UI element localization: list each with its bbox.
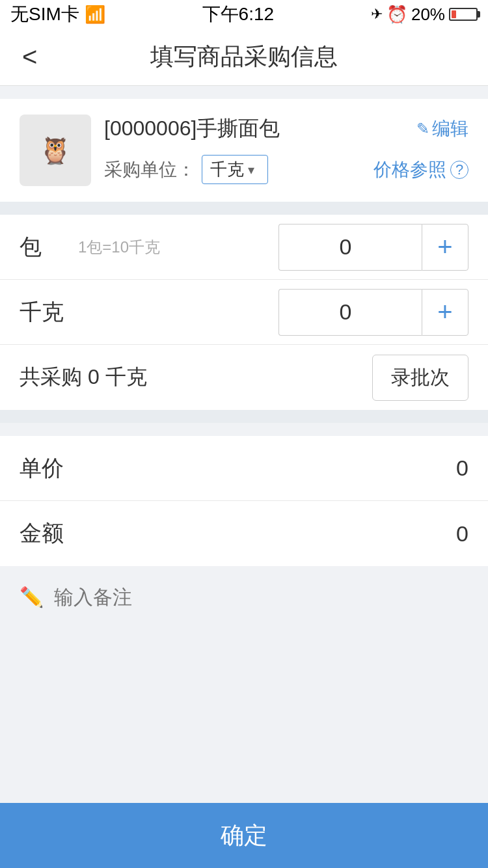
battery-icon — [449, 8, 478, 21]
purchase-unit-row: 采购单位： 千克 ▾ 价格参照 ? — [104, 155, 468, 184]
product-thumbnail: 🦉 — [20, 115, 91, 186]
time-label: 下午6:12 — [202, 2, 275, 27]
kg-input-row: 千克 + — [0, 280, 488, 345]
summary-text: 共采购 0 千克 — [20, 363, 147, 392]
notes-section: ✏️ — [0, 566, 488, 628]
batch-button[interactable]: 录批次 — [372, 355, 468, 401]
unit-value: 千克 — [210, 158, 244, 181]
bag-sublabel: 1包=10千克 — [78, 237, 278, 258]
status-bar: 无SIM卡 📶 下午6:12 ✈ ⏰ 20% — [0, 0, 488, 29]
notes-input[interactable] — [54, 586, 468, 608]
product-name-row: [0000006]手撕面包 ✎ 编辑 — [104, 115, 468, 143]
amount-label: 金额 — [20, 519, 64, 549]
unit-select[interactable]: 千克 ▾ — [202, 155, 268, 184]
kg-plus-button[interactable]: + — [422, 289, 468, 336]
unit-price-row: 单价 0 — [0, 436, 488, 501]
chevron-down-icon: ▾ — [248, 162, 254, 178]
alarm-icon: ⏰ — [386, 5, 407, 25]
unit-price-value: 0 — [456, 455, 468, 481]
back-button[interactable]: < — [16, 36, 44, 78]
pencil-icon: ✏️ — [20, 586, 44, 608]
kg-input-right: + — [278, 289, 468, 336]
section-separator-1 — [0, 202, 488, 215]
bag-plus-button[interactable]: + — [422, 224, 468, 271]
location-icon: ✈ — [371, 6, 383, 23]
bag-label: 包 — [20, 232, 72, 262]
edit-label: 编辑 — [432, 116, 468, 141]
edit-icon: ✎ — [416, 120, 429, 138]
battery-fill — [452, 10, 456, 18]
help-icon: ? — [450, 161, 468, 179]
product-info: [0000006]手撕面包 ✎ 编辑 采购单位： 千克 ▾ 价格参照 ? — [104, 115, 468, 184]
section-separator-2 — [0, 410, 488, 423]
confirm-button-label: 确定 — [221, 820, 267, 852]
price-ref-link[interactable]: 价格参照 ? — [373, 157, 468, 182]
purchase-unit-label: 采购单位： — [104, 157, 195, 182]
amount-value: 0 — [456, 521, 468, 547]
bag-input-row: 包 1包=10千克 + — [0, 215, 488, 280]
info-section: 单价 0 金额 0 — [0, 436, 488, 566]
edit-link[interactable]: ✎ 编辑 — [416, 116, 468, 141]
status-right: ✈ ⏰ 20% — [371, 5, 478, 25]
battery-percent: 20% — [411, 5, 445, 25]
carrier-label: 无SIM卡 — [10, 2, 79, 27]
kg-label: 千克 — [20, 297, 72, 327]
kg-quantity-input[interactable] — [278, 289, 422, 336]
bag-quantity-input[interactable] — [278, 224, 422, 271]
amount-row: 金额 0 — [0, 501, 488, 566]
wifi-icon: 📶 — [85, 5, 105, 25]
unit-price-label: 单价 — [20, 454, 64, 483]
product-name: [0000006]手撕面包 — [104, 115, 280, 143]
nav-bar: < 填写商品采购信息 — [0, 29, 488, 86]
status-left: 无SIM卡 📶 — [10, 2, 105, 27]
bag-input-right: + — [278, 224, 468, 271]
page-title: 填写商品采购信息 — [150, 41, 338, 73]
price-ref-label: 价格参照 — [373, 157, 446, 182]
input-section: 包 1包=10千克 + 千克 + — [0, 215, 488, 345]
confirm-button[interactable]: 确定 — [0, 803, 488, 868]
summary-row: 共采购 0 千克 录批次 — [0, 345, 488, 410]
empty-area — [0, 628, 488, 810]
product-thumb-icon: 🦉 — [39, 135, 72, 166]
product-card: 🦉 [0000006]手撕面包 ✎ 编辑 采购单位： 千克 ▾ 价格参照 ? — [0, 99, 488, 202]
